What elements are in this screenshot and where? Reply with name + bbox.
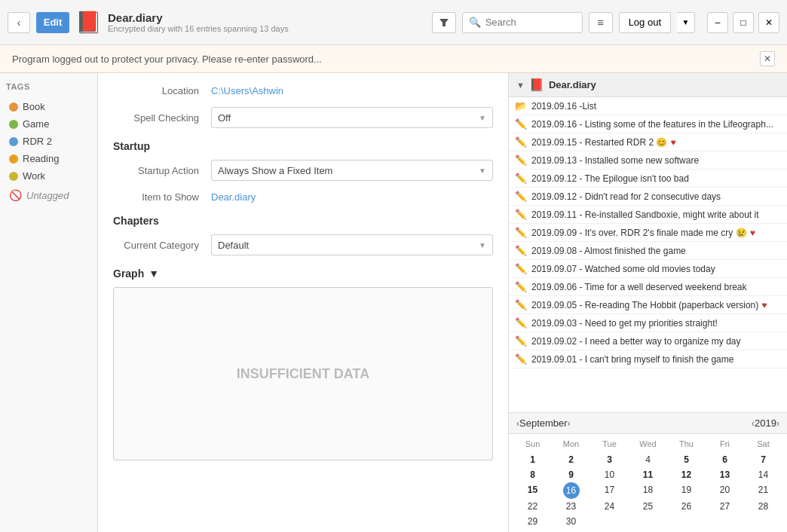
list-item[interactable]: ✏️ 2019.09.06 - Time for a well deserved… [509, 278, 787, 296]
sidebar-item-book[interactable]: Book [6, 99, 91, 115]
weekday-sat: Sat [744, 437, 782, 451]
calendar-day[interactable]: 1 [513, 452, 552, 467]
calendar-section: ‹ September › ‹ 2019 › Sun Mon Tue Wed T… [509, 412, 787, 532]
list-item[interactable]: ✏️ 2019.09.13 - Installed some new softw… [509, 151, 787, 170]
rdr2-tag-label: RDR 2 [23, 136, 52, 147]
calendar-day[interactable]: 30 [552, 514, 590, 529]
pen-icon: ✏️ [515, 118, 527, 130]
location-link[interactable]: C:\Users\Ashwin [211, 85, 283, 96]
list-item[interactable]: ✏️ 2019.09.12 - Didn't read for 2 consec… [509, 188, 787, 206]
weekday-thu: Thu [667, 437, 706, 451]
filter-button[interactable] [432, 12, 456, 33]
minimize-button[interactable]: – [707, 12, 728, 33]
entry-text: 2019.09.01 - I can't bring myself to fin… [531, 354, 733, 365]
calendar-day[interactable]: 10 [590, 467, 629, 482]
calendar-day[interactable]: 8 [513, 467, 552, 482]
spell-checking-select[interactable]: Off ▼ [211, 107, 493, 128]
calendar-day[interactable]: 13 [706, 467, 744, 482]
entry-text: 2019.09.12 - Didn't read for 2 consecuti… [531, 191, 721, 202]
sidebar-item-work[interactable]: Work [6, 168, 91, 184]
calendar-day[interactable]: 12 [667, 467, 706, 482]
pen-icon: ✏️ [515, 154, 527, 166]
calendar-day[interactable]: 7 [744, 452, 782, 467]
list-item[interactable]: ✏️ 2019.09.07 - Watched some old movies … [509, 260, 787, 278]
calendar-day[interactable]: 20 [706, 482, 744, 499]
calendar-day[interactable]: 26 [667, 499, 706, 514]
calendar-day[interactable]: 19 [667, 482, 706, 499]
calendar-day[interactable]: 15 [513, 482, 552, 499]
edit-button[interactable]: Edit [36, 12, 69, 33]
current-category-row: Current Category Default ▼ [113, 234, 493, 255]
calendar-day[interactable]: 22 [513, 499, 552, 514]
chapters-section-title: Chapters [113, 215, 493, 227]
list-item[interactable]: ✏️ 2019.09.08 - Almost finished the game [509, 242, 787, 260]
current-category-label: Current Category [113, 240, 211, 251]
calendar-day[interactable]: 24 [590, 499, 629, 514]
list-item[interactable]: ✏️ 2019.09.11 - Re-installed Sandboxie, … [509, 206, 787, 224]
entry-text: 2019.09.03 - Need to get my priorities s… [531, 318, 718, 329]
logout-button[interactable]: Log out [619, 12, 671, 33]
current-category-select[interactable]: Default ▼ [211, 234, 493, 255]
current-category-arrow: ▼ [479, 241, 486, 249]
list-item[interactable]: 📂 2019.09.16 - List [509, 97, 787, 115]
diary-collapse-arrow[interactable]: ▼ [516, 81, 525, 90]
calendar-day[interactable]: 21 [744, 482, 782, 499]
calendar-day[interactable]: 3 [590, 452, 629, 467]
menu-button[interactable]: ≡ [589, 12, 613, 33]
pen-icon: ✏️ [515, 299, 527, 310]
next-month-button[interactable]: › [568, 418, 571, 429]
reading-tag-label: Reading [23, 153, 59, 164]
calendar-day[interactable]: 17 [590, 482, 629, 499]
sidebar-item-untagged[interactable]: 🚫 Untagged [6, 187, 91, 203]
list-item[interactable]: ✏️ 2019.09.16 - Listing some of the feat… [509, 115, 787, 133]
list-item[interactable]: ✏️ 2019.09.15 - Restarted RDR 2 😊 ♥ [509, 133, 787, 151]
calendar-day[interactable]: 6 [706, 452, 744, 467]
maximize-button[interactable]: □ [733, 12, 754, 33]
app-subtitle: Encrypted diary with 16 entries spanning… [108, 24, 426, 33]
startup-action-select[interactable]: Always Show a Fixed Item ▼ [211, 160, 493, 181]
logout-dropdown-button[interactable]: ▼ [677, 12, 695, 33]
calendar-day[interactable]: 29 [513, 514, 552, 529]
startup-action-row: Startup Action Always Show a Fixed Item … [113, 160, 493, 181]
close-button[interactable]: ✕ [758, 12, 779, 33]
calendar-day[interactable]: 14 [744, 467, 782, 482]
sidebar-item-game[interactable]: Game [6, 116, 91, 132]
calendar-day[interactable]: 27 [706, 499, 744, 514]
calendar-day[interactable]: 5 [667, 452, 706, 467]
calendar-day[interactable]: 9 [552, 467, 590, 482]
search-input[interactable] [485, 17, 576, 28]
back-button[interactable]: ‹ [8, 12, 30, 33]
sidebar-item-rdr2[interactable]: RDR 2 [6, 133, 91, 149]
list-item[interactable]: ✏️ 2019.09.12 - The Epilogue isn't too b… [509, 170, 787, 188]
entry-text: 2019.09.12 - The Epilogue isn't too bad [531, 173, 689, 184]
list-item[interactable]: ✏️ 2019.09.09 - It's over. RDR 2's final… [509, 224, 787, 242]
list-item[interactable]: ✏️ 2019.09.01 - I can't bring myself to … [509, 350, 787, 368]
calendar-day[interactable]: 4 [629, 452, 667, 467]
next-year-button[interactable]: › [776, 418, 779, 429]
calendar-day[interactable]: 23 [552, 499, 590, 514]
entry-text: 2019.09.02 - I need a better way to orga… [531, 336, 741, 347]
list-item[interactable]: ✏️ 2019.09.03 - Need to get my prioritie… [509, 314, 787, 332]
location-row: Location C:\Users\Ashwin [113, 85, 493, 96]
sidebar-item-reading[interactable]: Reading [6, 151, 91, 167]
calendar-day-today-wrapper: 16 [552, 482, 590, 499]
calendar-day[interactable]: 18 [629, 482, 667, 499]
main-layout: TAGS Book Game RDR 2 Reading Work 🚫 Unta… [0, 73, 787, 532]
calendar-day[interactable]: 11 [629, 467, 667, 482]
item-to-show-link[interactable]: Dear.diary [211, 191, 256, 203]
spell-checking-label: Spell Checking [113, 112, 211, 124]
list-item[interactable]: ✏️ 2019.09.02 - I need a better way to o… [509, 332, 787, 350]
window-controls: – □ ✕ [707, 12, 779, 33]
calendar-day[interactable]: 2 [552, 452, 590, 467]
calendar-day[interactable]: 28 [744, 499, 782, 514]
calendar-day-today[interactable]: 16 [563, 482, 580, 499]
titlebar: ‹ Edit 📕 Dear.diary Encrypted diary with… [0, 0, 787, 45]
notification-close-button[interactable]: ✕ [760, 51, 775, 66]
reading-tag-dot [9, 154, 18, 164]
item-to-show-row: Item to Show Dear.diary [113, 191, 493, 203]
untagged-icon: 🚫 [9, 189, 22, 201]
calendar-day[interactable]: 25 [629, 499, 667, 514]
list-item[interactable]: ✏️ 2019.09.05 - Re-reading The Hobbit (p… [509, 296, 787, 314]
startup-action-label: Startup Action [113, 165, 211, 176]
graph-collapse-icon[interactable]: ▼ [149, 268, 159, 280]
